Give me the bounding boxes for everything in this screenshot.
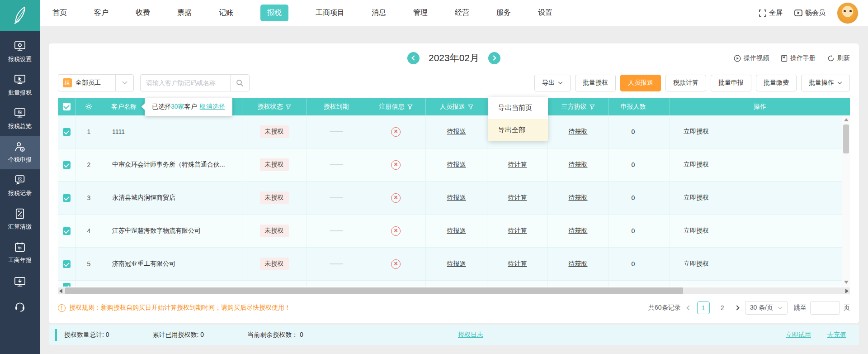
- agreement-link[interactable]: 待获取: [569, 227, 588, 235]
- table-row-partial: [58, 281, 842, 287]
- batch-pay-button[interactable]: 批量缴费: [756, 75, 797, 91]
- export-all-item[interactable]: 导出全部: [488, 119, 548, 141]
- search-input[interactable]: [141, 79, 230, 86]
- sidebar-item-tax-records[interactable]: 税 报税记录: [0, 169, 40, 203]
- search-button[interactable]: [230, 75, 249, 91]
- refresh-link[interactable]: 刷新: [827, 54, 850, 62]
- sidebar-item-tax-settings[interactable]: 报税设置: [0, 35, 40, 69]
- person-report-link[interactable]: 待报送: [447, 260, 466, 268]
- tax-calc-link[interactable]: 待计算: [508, 227, 527, 235]
- scroll-down-arrow-icon[interactable]: [844, 281, 849, 284]
- prev-month-button[interactable]: [407, 52, 420, 64]
- jump-page-input[interactable]: [810, 301, 840, 315]
- column-register-info[interactable]: 注册信息: [366, 98, 426, 115]
- sidebar-item-support[interactable]: [0, 294, 40, 319]
- tax-calc-link[interactable]: 待计算: [508, 260, 527, 268]
- row-checkbox[interactable]: [63, 227, 71, 235]
- authorize-now-link[interactable]: 立即授权: [684, 128, 709, 136]
- prev-page-button[interactable]: [686, 305, 691, 310]
- person-report-button[interactable]: 人员报送: [620, 75, 661, 91]
- nav-item-messages[interactable]: 消息: [372, 8, 386, 18]
- auth-log-link[interactable]: 授权日志: [458, 331, 483, 339]
- batch-operations-button[interactable]: 批量操作: [801, 75, 850, 91]
- nav-item-business-projects[interactable]: 工商项目: [316, 8, 344, 18]
- horizontal-scrollbar[interactable]: [58, 287, 850, 294]
- video-tutorial-link[interactable]: 操作视频: [734, 54, 769, 62]
- select-all-checkbox[interactable]: [63, 103, 71, 110]
- manual-link[interactable]: 操作手册: [781, 54, 816, 62]
- nav-item-tax-filing[interactable]: 报税: [260, 5, 288, 21]
- scroll-up-arrow-icon[interactable]: [844, 118, 849, 121]
- authorize-now-link[interactable]: 立即授权: [684, 260, 709, 268]
- agreement-link[interactable]: 待获取: [569, 260, 588, 268]
- next-month-button[interactable]: [488, 52, 500, 64]
- authorize-now-link[interactable]: 立即授权: [684, 161, 709, 169]
- row-checkbox[interactable]: [63, 260, 71, 268]
- agreement-link[interactable]: 待获取: [569, 194, 588, 202]
- row-checkbox[interactable]: [63, 161, 71, 169]
- column-tripartite-agreement[interactable]: 三方协议: [548, 98, 609, 115]
- nav-item-customers[interactable]: 客户: [94, 8, 108, 18]
- total-records: 共60条记录: [648, 304, 681, 312]
- page-size-select[interactable]: 30 条/页: [745, 301, 788, 315]
- free-trial-link[interactable]: 立即试用: [786, 331, 811, 339]
- app-logo[interactable]: [0, 0, 40, 31]
- x-circle-icon: ×: [391, 193, 401, 203]
- nav-item-bookkeeping[interactable]: 记账: [219, 8, 233, 18]
- customer-search: [140, 74, 250, 91]
- next-page-button[interactable]: [734, 305, 739, 310]
- agreement-link[interactable]: 待获取: [569, 161, 588, 169]
- nav-item-invoices[interactable]: 票据: [177, 8, 192, 18]
- fullscreen-button[interactable]: 全屏: [759, 9, 783, 17]
- column-person-report[interactable]: 人员报送: [426, 98, 487, 115]
- export-current-page-item[interactable]: 导出当前页: [488, 97, 548, 119]
- export-button[interactable]: 导出: [534, 75, 571, 91]
- page-2-button[interactable]: 2: [716, 301, 729, 314]
- row-checkbox[interactable]: [63, 194, 71, 202]
- column-auth-expiry[interactable]: 授权到期: [307, 98, 366, 115]
- scroll-left-arrow-icon[interactable]: [59, 289, 62, 293]
- sidebar-item-final-settlement[interactable]: 汇算清缴: [0, 203, 40, 236]
- row-checkbox[interactable]: [63, 128, 71, 136]
- scroll-right-arrow-icon[interactable]: [845, 289, 849, 293]
- employee-filter-select[interactable]: 组 全部员工: [58, 74, 134, 91]
- sidebar-item-personal-tax[interactable]: ¥ 个税申报: [0, 136, 40, 169]
- member-button[interactable]: 畅会员: [794, 9, 826, 17]
- vertical-scrollbar[interactable]: [842, 115, 850, 287]
- chevron-down-icon: [778, 306, 783, 310]
- agreement-link[interactable]: 待获取: [569, 128, 588, 136]
- nav-item-billing[interactable]: 收费: [136, 8, 150, 18]
- svg-text:税: 税: [18, 110, 22, 115]
- sidebar-item-download[interactable]: [0, 270, 40, 294]
- batch-declare-button[interactable]: 批量申报: [711, 75, 751, 91]
- vertical-scrollbar-thumb[interactable]: [843, 124, 849, 153]
- nav-item-operations[interactable]: 经营: [455, 8, 469, 18]
- sidebar-item-batch-tax[interactable]: 批量报税: [0, 69, 40, 102]
- person-report-link[interactable]: 待报送: [447, 161, 466, 169]
- column-auth-status[interactable]: 授权状态: [242, 98, 307, 115]
- play-circle-icon: [734, 55, 741, 62]
- nav-item-services[interactable]: 服务: [496, 8, 511, 18]
- horizontal-scrollbar-thumb[interactable]: [65, 287, 683, 294]
- authorize-now-link[interactable]: 立即授权: [684, 227, 709, 235]
- sidebar-item-annual-report[interactable]: 年 工商年报: [0, 236, 40, 270]
- person-report-link[interactable]: 待报送: [447, 128, 466, 136]
- cancel-selection-link[interactable]: 取消选择: [200, 103, 225, 111]
- column-settings-gear[interactable]: [76, 98, 102, 115]
- tax-calc-button[interactable]: 税款计算: [665, 75, 706, 91]
- nav-item-management[interactable]: 管理: [413, 8, 428, 18]
- page-1-button[interactable]: 1: [697, 301, 710, 314]
- person-report-link[interactable]: 待报送: [447, 194, 466, 202]
- recharge-link[interactable]: 去充值: [827, 331, 846, 339]
- sidebar-item-tax-overview[interactable]: 税 报税总览: [0, 102, 40, 136]
- column-declare-count[interactable]: 申报人数: [609, 98, 658, 115]
- tax-calc-link[interactable]: 待计算: [508, 194, 527, 202]
- batch-authorize-button[interactable]: 批量授权: [575, 75, 616, 91]
- monkey-avatar[interactable]: [837, 3, 858, 24]
- authorize-now-link[interactable]: 立即授权: [684, 194, 709, 202]
- declare-count: 0: [609, 215, 658, 247]
- person-report-link[interactable]: 待报送: [447, 227, 466, 235]
- tax-calc-link[interactable]: 待计算: [508, 161, 527, 169]
- nav-item-settings[interactable]: 设置: [538, 8, 552, 18]
- nav-item-home[interactable]: 首页: [52, 8, 67, 18]
